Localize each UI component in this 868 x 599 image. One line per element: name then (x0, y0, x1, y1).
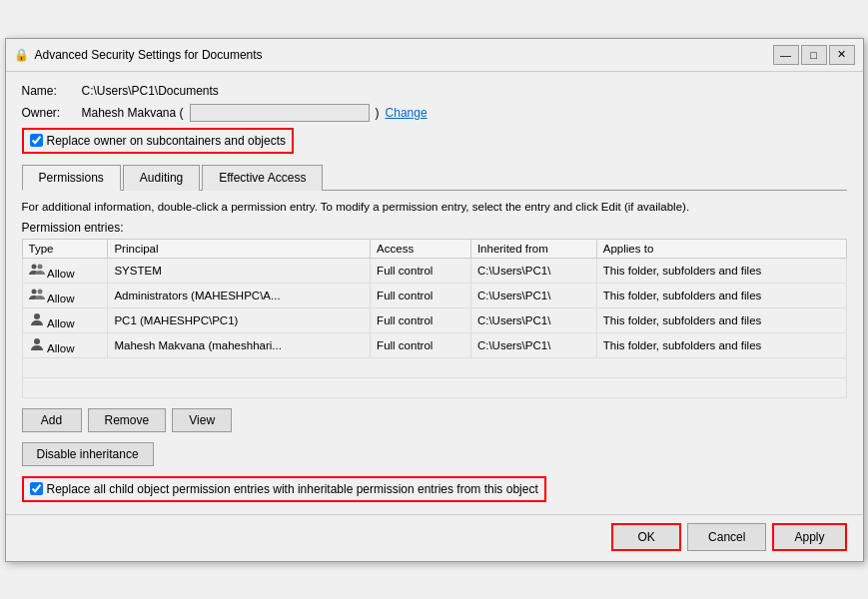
ok-button[interactable]: OK (611, 523, 681, 551)
svg-point-5 (34, 338, 40, 344)
window-title: Advanced Security Settings for Documents (35, 48, 263, 62)
titlebar-left: 🔒 Advanced Security Settings for Documen… (14, 48, 263, 62)
cell-principal: PC1 (MAHESHPC\PC1) (108, 307, 371, 332)
cell-principal: Administrators (MAHESHPC\A... (108, 283, 371, 307)
col-header-inherited: Inherited from (470, 239, 596, 258)
col-header-principal: Principal (108, 239, 371, 258)
table-row[interactable]: Allow Mahesh Makvana (maheshhari...Full … (22, 332, 846, 357)
info-text: For additional information, double-click… (22, 201, 847, 213)
action-buttons: Add Remove View (22, 408, 847, 432)
titlebar-controls: — □ ✕ (773, 45, 855, 65)
cell-applies: This folder, subfolders and files (596, 332, 846, 357)
svg-point-0 (31, 264, 36, 269)
user-icon (29, 268, 45, 280)
svg-point-3 (37, 289, 42, 294)
owner-label: Owner: (22, 106, 82, 120)
replace-owner-label: Replace owner on subcontainers and objec… (47, 134, 286, 148)
table-row[interactable]: Allow Administrators (MAHESHPC\A...Full … (22, 283, 846, 307)
tab-effective-access[interactable]: Effective Access (202, 165, 323, 191)
svg-point-1 (37, 264, 42, 269)
user-icon (29, 317, 45, 329)
cell-inherited: C:\Users\PC1\ (470, 307, 596, 332)
minimize-button[interactable]: — (773, 45, 799, 65)
cell-applies: This folder, subfolders and files (596, 258, 846, 283)
name-row: Name: C:\Users\PC1\Documents (22, 84, 847, 98)
cell-access: Full control (371, 283, 471, 307)
replace-owner-checkbox[interactable] (30, 134, 43, 147)
replace-owner-checkbox-wrapper: Replace owner on subcontainers and objec… (22, 128, 294, 154)
maximize-button[interactable]: □ (801, 45, 827, 65)
cell-access: Full control (371, 307, 471, 332)
cell-type: Allow (22, 332, 108, 357)
cancel-button[interactable]: Cancel (687, 523, 766, 551)
section-label: Permission entries: (22, 221, 847, 235)
cell-type: Allow (22, 283, 108, 307)
cell-inherited: C:\Users\PC1\ (470, 258, 596, 283)
add-button[interactable]: Add (22, 408, 82, 432)
replace-child-checkbox[interactable] (30, 482, 43, 495)
tab-permissions-label: Permissions (39, 171, 104, 185)
owner-input-box (190, 104, 370, 122)
replace-child-checkbox-wrapper: Replace all child object permission entr… (22, 476, 546, 502)
replace-child-container: Replace all child object permission entr… (22, 476, 847, 502)
view-button[interactable]: View (172, 408, 232, 432)
dialog-content: Name: C:\Users\PC1\Documents Owner: Mahe… (6, 72, 863, 514)
replace-child-label: Replace all child object permission entr… (47, 482, 538, 496)
tab-effective-access-label: Effective Access (219, 171, 306, 185)
cell-access: Full control (371, 258, 471, 283)
close-button[interactable]: ✕ (829, 45, 855, 65)
permission-table: Type Principal Access Inherited from App… (22, 239, 847, 398)
dialog-buttons: OK Cancel Apply (6, 514, 863, 561)
change-link[interactable]: Change (386, 106, 428, 120)
cell-inherited: C:\Users\PC1\ (470, 332, 596, 357)
tab-auditing[interactable]: Auditing (123, 165, 200, 191)
apply-button[interactable]: Apply (772, 523, 846, 551)
table-row[interactable]: Allow SYSTEMFull controlC:\Users\PC1\Thi… (22, 258, 846, 283)
cell-applies: This folder, subfolders and files (596, 307, 846, 332)
cell-access: Full control (371, 332, 471, 357)
tab-bar: Permissions Auditing Effective Access (22, 164, 847, 191)
owner-suffix: ) (376, 106, 380, 120)
table-empty-row (22, 357, 846, 377)
user-icon (29, 293, 45, 304)
main-window: 🔒 Advanced Security Settings for Documen… (5, 38, 864, 562)
replace-owner-container: Replace owner on subcontainers and objec… (22, 128, 847, 154)
cell-principal: SYSTEM (108, 258, 371, 283)
col-header-access: Access (371, 239, 471, 258)
user-icon (29, 342, 45, 354)
table-empty-row (22, 377, 846, 397)
owner-name: Mahesh Makvana ( (82, 106, 184, 120)
cell-inherited: C:\Users\PC1\ (470, 283, 596, 307)
tab-permissions[interactable]: Permissions (22, 165, 121, 191)
col-header-type: Type (22, 239, 108, 258)
col-header-applies: Applies to (596, 239, 846, 258)
svg-point-2 (31, 289, 36, 294)
cell-type: Allow (22, 258, 108, 283)
name-label: Name: (22, 84, 82, 98)
window-icon: 🔒 (14, 48, 29, 62)
titlebar: 🔒 Advanced Security Settings for Documen… (6, 39, 863, 72)
disable-inheritance-button[interactable]: Disable inheritance (22, 442, 154, 466)
cell-principal: Mahesh Makvana (maheshhari... (108, 332, 371, 357)
table-row[interactable]: Allow PC1 (MAHESHPC\PC1)Full controlC:\U… (22, 307, 846, 332)
owner-value-container: Mahesh Makvana ( ) Change (82, 104, 428, 122)
name-value: C:\Users\PC1\Documents (82, 84, 219, 98)
cell-type: Allow (22, 307, 108, 332)
svg-point-4 (34, 313, 40, 319)
tab-auditing-label: Auditing (140, 171, 183, 185)
remove-button[interactable]: Remove (88, 408, 167, 432)
cell-applies: This folder, subfolders and files (596, 283, 846, 307)
table-header-row: Type Principal Access Inherited from App… (22, 239, 846, 258)
owner-row: Owner: Mahesh Makvana ( ) Change (22, 104, 847, 122)
